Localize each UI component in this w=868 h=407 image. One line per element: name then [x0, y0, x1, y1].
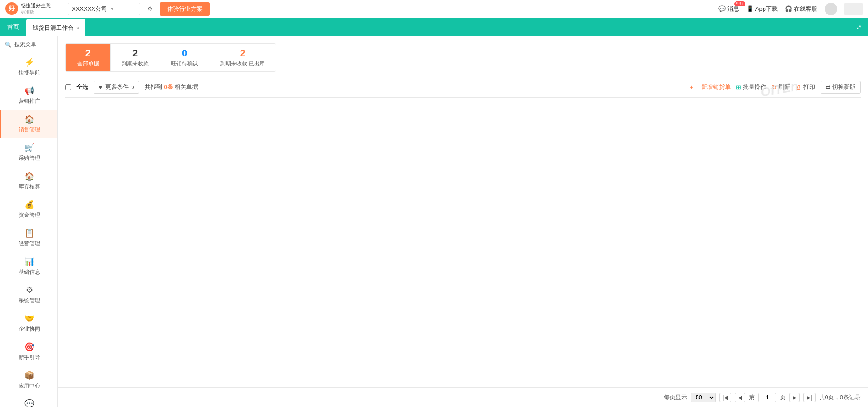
- sidebar: 🔍 搜索菜单 ⚡ 快捷导航 📢 营销推广 🏠 销售管理 🛒 采购管理 🏠 库存核…: [0, 36, 58, 407]
- stat-num-shipped: 2: [220, 47, 265, 59]
- apps-icon: 📦: [24, 370, 34, 380]
- message-badge: 99+: [734, 1, 745, 6]
- filter-button[interactable]: ▼ 更多条件 ∨: [94, 81, 139, 94]
- switch-icon: ⇄: [826, 84, 830, 91]
- settings-button[interactable]: ⚙: [144, 3, 156, 15]
- switch-label: 切换新版: [832, 83, 856, 91]
- batch-label: 批量操作: [743, 83, 766, 91]
- company-selector[interactable]: XXXXXX公司 ▼: [68, 3, 140, 15]
- expand-icon: ⤢: [856, 23, 862, 31]
- page-size-select[interactable]: 50 10 20 100: [691, 393, 716, 402]
- headset-icon: 🎧: [785, 5, 792, 12]
- next-page-button[interactable]: ▶: [789, 393, 800, 402]
- handshake-icon: 🤝: [24, 313, 34, 323]
- stat-tab-pending[interactable]: 0 旺铺待确认: [160, 44, 209, 71]
- sidebar-item-wechat[interactable]: 💬 企业微信: [0, 394, 57, 407]
- app-version: 标准版: [21, 9, 51, 15]
- last-page-button[interactable]: ▶|: [803, 393, 815, 402]
- online-service-button[interactable]: 🎧 在线客服: [785, 5, 817, 13]
- sidebar-item-guide[interactable]: 🎯 新手引导: [0, 337, 57, 366]
- toolbar-right: ＋ + 新增销货单 ⊞ 批量操作 ↻ 刷新 🖨 打印: [689, 81, 861, 94]
- sidebar-item-basic-info[interactable]: 📊 基础信息: [0, 252, 57, 281]
- stat-tab-all[interactable]: 2 全部单据: [66, 44, 111, 71]
- page-label: 第: [749, 393, 755, 402]
- megaphone-icon: 📢: [24, 86, 34, 96]
- message-button[interactable]: 💬 消息 99+: [718, 5, 739, 13]
- pagination-bar: 每页显示 50 10 20 100 |◀ ◀ 第 页 ▶ ▶| 共0页，0条记录: [58, 387, 868, 407]
- tab-home[interactable]: 首页: [0, 18, 26, 36]
- sidebar-item-label: 营销推广: [19, 98, 40, 105]
- content-inner: 2 全部单据 2 到期未收款 0 旺铺待确认 2 到期未收款 已出库: [58, 36, 868, 387]
- add-sale-order-button[interactable]: ＋ + 新增销货单: [689, 83, 731, 91]
- sidebar-item-app-center[interactable]: 📦 应用中心: [0, 366, 57, 394]
- first-page-button[interactable]: |◀: [719, 393, 731, 402]
- sidebar-item-label: 资金管理: [19, 211, 40, 219]
- toolbar: 全选 ▼ 更多条件 ∨ 共找到 0条 相关单据 ＋ + 新增销货单: [65, 77, 861, 98]
- user-menu[interactable]: [844, 3, 863, 15]
- add-icon: ＋: [689, 83, 694, 91]
- app-download-button[interactable]: 📱 App下载: [746, 5, 778, 13]
- sidebar-item-inventory[interactable]: 🏠 库存核算: [0, 167, 57, 195]
- print-icon: 🖨: [796, 84, 802, 91]
- sidebar-item-operations[interactable]: 📋 经营管理: [0, 224, 57, 252]
- content-area: 2 全部单据 2 到期未收款 0 旺铺待确认 2 到期未收款 已出库: [58, 36, 868, 407]
- clipboard-icon: 📋: [24, 228, 34, 238]
- sidebar-item-label: 新手引导: [19, 354, 40, 361]
- online-service-label: 在线客服: [794, 5, 817, 13]
- batch-operation-button[interactable]: ⊞ 批量操作: [736, 83, 766, 91]
- stat-label-all: 全部单据: [76, 60, 99, 68]
- print-label: 打印: [803, 83, 815, 91]
- sidebar-item-quick-nav[interactable]: ⚡ 快捷导航: [0, 53, 57, 81]
- lightning-icon: ⚡: [24, 57, 34, 67]
- sidebar-item-finance[interactable]: 💰 资金管理: [0, 195, 57, 224]
- industry-button[interactable]: 体验行业方案: [160, 2, 210, 16]
- filter-icon: ▼: [98, 84, 104, 91]
- refresh-label: 刷新: [778, 83, 790, 91]
- mobile-icon: 📱: [746, 5, 754, 12]
- switch-version-button[interactable]: ⇄ 切换新版: [821, 81, 861, 94]
- sidebar-search[interactable]: 🔍 搜索菜单: [0, 36, 57, 53]
- page-suffix: 页: [780, 393, 786, 402]
- sidebar-item-label: 基础信息: [19, 268, 40, 276]
- sidebar-item-sales[interactable]: 🏠 销售管理: [0, 110, 57, 138]
- prev-page-button[interactable]: ◀: [735, 393, 745, 402]
- tab-minimize-button[interactable]: —: [839, 22, 850, 33]
- sidebar-item-marketing[interactable]: 📢 营销推广: [0, 81, 57, 110]
- tab-current[interactable]: 钱货日清工作台 ×: [26, 19, 85, 37]
- sidebar-item-label: 系统管理: [19, 297, 40, 304]
- guide-icon: 🎯: [24, 342, 34, 352]
- stat-tab-overdue[interactable]: 2 到期未收款: [111, 44, 160, 71]
- database-icon: 📊: [24, 257, 34, 267]
- tab-maximize-button[interactable]: ⤢: [854, 22, 864, 33]
- top-header: 好 畅捷通好生意 标准版 XXXXXX公司 ▼ ⚙ 体验行业方案 💬 消息 99…: [0, 0, 868, 18]
- stat-label-overdue: 到期未收款: [122, 60, 149, 68]
- cart-icon: 🛒: [24, 143, 34, 153]
- stat-tab-shipped[interactable]: 2 到期未收款 已出库: [209, 44, 276, 71]
- search-label: 搜索菜单: [14, 41, 36, 48]
- gear-icon: ⚙: [147, 5, 153, 12]
- search-icon: 🔍: [5, 42, 12, 48]
- logo-icon: 好: [5, 2, 18, 15]
- stat-num-overdue: 2: [122, 47, 149, 59]
- page-number-input[interactable]: [758, 393, 776, 402]
- shop-icon: 🏠: [24, 114, 34, 124]
- sidebar-item-system[interactable]: ⚙ 系统管理: [0, 281, 57, 309]
- refresh-icon: ↻: [772, 84, 777, 91]
- tab-close-icon[interactable]: ×: [76, 25, 79, 31]
- total-info: 共0页，0条记录: [819, 393, 861, 402]
- refresh-button[interactable]: ↻ 刷新: [772, 83, 790, 91]
- print-button[interactable]: 🖨 打印: [796, 83, 815, 91]
- stat-num-pending: 0: [171, 47, 198, 59]
- filter-label: 更多条件: [105, 83, 129, 91]
- tab-actions: — ⤢: [839, 22, 868, 33]
- select-all-checkbox[interactable]: [65, 84, 71, 90]
- sidebar-item-cooperation[interactable]: 🤝 企业协同: [0, 309, 57, 337]
- sidebar-item-purchase[interactable]: 🛒 采购管理: [0, 138, 57, 167]
- avatar[interactable]: [825, 3, 837, 15]
- wechat-icon: 💬: [24, 399, 34, 407]
- app-download-label: App下载: [755, 5, 778, 13]
- stat-label-shipped: 到期未收款 已出库: [220, 60, 265, 68]
- main-layout: 🔍 搜索菜单 ⚡ 快捷导航 📢 营销推广 🏠 销售管理 🛒 采购管理 🏠 库存核…: [0, 36, 868, 407]
- found-suffix: 相关单据: [175, 84, 198, 90]
- sidebar-item-label: 采购管理: [19, 154, 40, 162]
